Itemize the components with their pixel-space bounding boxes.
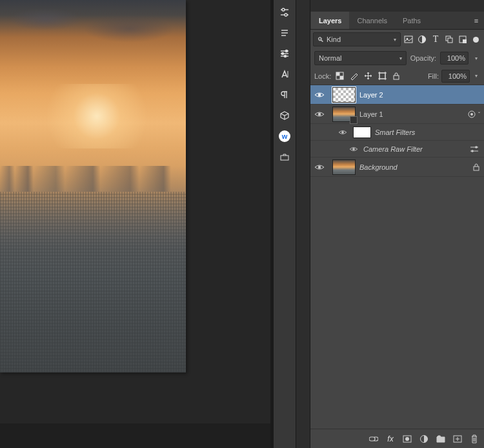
- svg-point-32: [318, 112, 321, 115]
- svg-point-40: [471, 150, 474, 152]
- opacity-value: 100%: [447, 54, 465, 62]
- svg-rect-24: [339, 76, 343, 80]
- filter-blend-icon[interactable]: [470, 145, 479, 153]
- layer-thumbnail[interactable]: [332, 107, 356, 122]
- layer-row-background[interactable]: Background: [310, 158, 484, 177]
- lock-position-icon[interactable]: [362, 70, 374, 82]
- fill-dropdown-icon[interactable]: ▾: [472, 70, 480, 83]
- visibility-toggle[interactable]: [336, 129, 349, 136]
- vertical-toolbar: w: [273, 0, 296, 448]
- opacity-dropdown-icon[interactable]: ▾: [472, 52, 480, 65]
- svg-point-3: [285, 14, 287, 16]
- svg-rect-42: [474, 167, 479, 170]
- blend-mode-value: Normal: [319, 54, 341, 62]
- filter-toggle-icon[interactable]: [473, 37, 479, 43]
- adjustments-icon[interactable]: [275, 3, 294, 22]
- tab-channels[interactable]: Channels: [349, 12, 394, 29]
- delete-layer-icon[interactable]: [469, 433, 480, 445]
- lock-brush-icon[interactable]: [348, 70, 359, 82]
- filter-row: 🔍︎ Kind ▾ T: [310, 30, 484, 49]
- filter-adjustment-icon[interactable]: [416, 34, 428, 45]
- layer-name[interactable]: Layer 2: [359, 91, 480, 99]
- filter-mask-thumbnail[interactable]: [353, 127, 371, 138]
- filter-smart-icon[interactable]: [457, 34, 469, 45]
- layer-style-icon[interactable]: fx: [385, 433, 396, 445]
- svg-point-36: [352, 148, 355, 150]
- visibility-toggle[interactable]: [348, 146, 359, 152]
- visibility-toggle[interactable]: [310, 91, 328, 99]
- kind-filter-label: Kind: [327, 36, 341, 43]
- lock-row: Lock: Fill: 100% ▾: [310, 67, 484, 85]
- cube-icon[interactable]: [275, 106, 294, 125]
- tab-paths[interactable]: Paths: [395, 12, 429, 29]
- opacity-label: Opacity:: [410, 54, 436, 62]
- lock-transparent-icon[interactable]: [334, 70, 345, 82]
- layers-panel: Layers Channels Paths ≡ 🔍︎ Kind ▾ T Norm…: [310, 0, 484, 448]
- smart-filters-row[interactable]: Smart Filters: [310, 124, 484, 141]
- svg-point-11: [281, 52, 283, 54]
- svg-point-39: [475, 146, 478, 148]
- svg-point-41: [318, 165, 321, 168]
- layer-list: Layer 2 Layer 1 ˇ Smart Filte: [310, 85, 484, 429]
- layer-row-layer1[interactable]: Layer 1 ˇ: [310, 105, 484, 124]
- chevron-down-icon: ▾: [394, 37, 396, 43]
- layer-thumbnail[interactable]: [332, 87, 356, 103]
- panel-tabs: Layers Channels Paths ≡: [310, 12, 484, 30]
- opacity-field[interactable]: 100%: [440, 52, 469, 65]
- filter-type-icon[interactable]: T: [430, 34, 441, 45]
- svg-rect-19: [448, 38, 452, 43]
- briefcase-icon[interactable]: [275, 147, 294, 167]
- filter-image-icon[interactable]: [403, 34, 414, 45]
- properties-icon[interactable]: [275, 44, 294, 63]
- kind-filter-select[interactable]: 🔍︎ Kind ▾: [313, 32, 401, 46]
- adjustment-layer-icon[interactable]: [418, 433, 430, 445]
- smart-object-icon[interactable]: [468, 110, 476, 118]
- canvas-area[interactable]: [0, 0, 270, 448]
- lock-label: Lock:: [314, 72, 331, 80]
- lock-icon[interactable]: [472, 163, 480, 171]
- svg-point-35: [341, 131, 344, 134]
- svg-point-44: [405, 437, 409, 441]
- layers-bottom-bar: fx: [310, 429, 484, 448]
- svg-rect-30: [394, 76, 399, 79]
- smart-filters-label: Smart Filters: [375, 128, 415, 136]
- layer-row-layer2[interactable]: Layer 2: [310, 85, 484, 105]
- filter-shape-icon[interactable]: [443, 34, 455, 45]
- blend-mode-select[interactable]: Normal ▾: [314, 51, 407, 65]
- type-icon[interactable]: [275, 65, 294, 84]
- svg-rect-14: [281, 156, 288, 160]
- list-icon[interactable]: [275, 23, 294, 43]
- svg-point-10: [285, 50, 287, 52]
- tab-layers[interactable]: Layers: [311, 12, 349, 29]
- svg-point-12: [284, 55, 286, 57]
- lock-artboard-icon[interactable]: [376, 70, 388, 82]
- paragraph-icon[interactable]: [275, 85, 294, 105]
- camera-raw-filter-label[interactable]: Camera Raw Filter: [363, 145, 466, 153]
- chevron-down-icon: ▾: [399, 56, 402, 61]
- expand-icon[interactable]: ˇ: [478, 111, 480, 117]
- visibility-toggle[interactable]: [310, 110, 328, 118]
- fill-value: 100%: [449, 72, 467, 80]
- web-icon[interactable]: w: [275, 127, 294, 146]
- layer-mask-icon[interactable]: [401, 433, 413, 445]
- fill-label: Fill:: [428, 72, 439, 80]
- search-icon: 🔍︎: [318, 36, 324, 43]
- link-layers-icon[interactable]: [368, 433, 379, 445]
- visibility-toggle[interactable]: [310, 163, 328, 171]
- lock-all-icon[interactable]: [390, 70, 402, 82]
- svg-rect-21: [463, 39, 467, 43]
- fill-field[interactable]: 100%: [441, 70, 470, 83]
- layer-name[interactable]: Background: [359, 163, 469, 171]
- svg-rect-25: [379, 73, 385, 79]
- blend-row: Normal ▾ Opacity: 100% ▾: [310, 49, 484, 67]
- svg-point-34: [470, 113, 473, 116]
- panel-menu-icon[interactable]: ≡: [472, 17, 484, 25]
- camera-raw-filter-row[interactable]: Camera Raw Filter: [310, 141, 484, 158]
- group-icon[interactable]: [435, 433, 447, 445]
- layer-thumbnail[interactable]: [332, 159, 356, 175]
- layer-name[interactable]: Layer 1: [359, 110, 464, 118]
- svg-point-31: [318, 93, 321, 96]
- svg-point-2: [282, 8, 285, 11]
- svg-rect-23: [336, 72, 340, 76]
- new-layer-icon[interactable]: [452, 433, 463, 445]
